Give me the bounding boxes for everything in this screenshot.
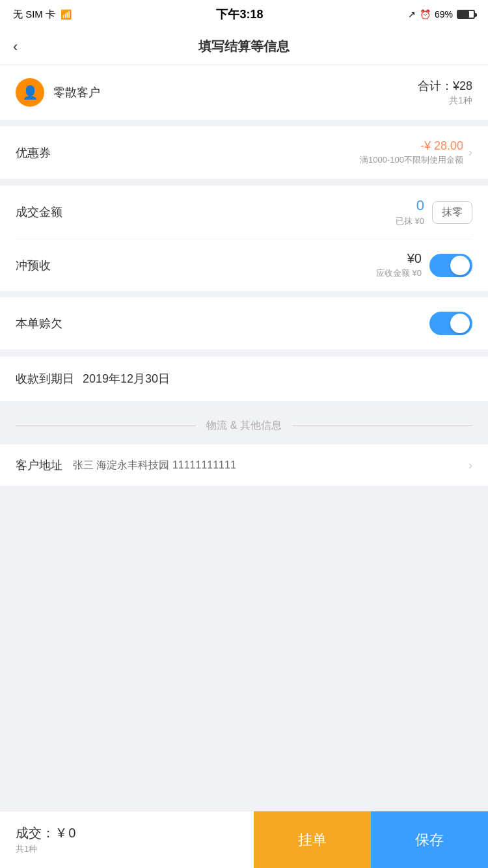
prereceive-row: 冲预收 ¥0 应收金额 ¥0 xyxy=(16,239,472,291)
deal-label: 成交： xyxy=(16,826,55,840)
status-right: ↗ ⏰ 69% xyxy=(408,9,475,20)
due-date-row: 收款到期日 2019年12月30日 xyxy=(0,356,488,401)
customer-info: 👤 零散客户 xyxy=(16,78,100,107)
coupon-discount: -¥ 28.00 xyxy=(360,139,463,153)
coupon-right: -¥ 28.00 满1000-100不限制使用金额 › xyxy=(360,139,472,166)
debt-toggle[interactable] xyxy=(429,312,472,335)
address-row[interactable]: 客户地址 张三 海淀永丰科技园 11111111111 › xyxy=(0,444,488,486)
customer-total: 合计：¥28 共1种 xyxy=(418,78,472,107)
debt-toggle-knob xyxy=(450,314,470,333)
prereceive-amount-group: ¥0 应收金额 ¥0 xyxy=(376,251,422,279)
logistics-divider: 物流 & 其他信息 xyxy=(0,407,488,444)
already-rounded: 已抹 ¥0 xyxy=(396,215,424,227)
coupon-row[interactable]: 优惠券 -¥ 28.00 满1000-100不限制使用金额 › xyxy=(0,126,488,179)
prereceive-toggle[interactable] xyxy=(429,254,472,277)
deal-amount-right: 0 已抹 ¥0 抹零 xyxy=(396,197,472,227)
battery-percent: 69% xyxy=(435,9,453,20)
logistics-label: 物流 & 其他信息 xyxy=(196,419,292,433)
logistics-section: 物流 & 其他信息 xyxy=(0,407,488,444)
coupon-info: -¥ 28.00 满1000-100不限制使用金额 xyxy=(360,139,463,166)
customer-card: 👤 零散客户 合计：¥28 共1种 xyxy=(0,65,488,120)
save-button[interactable]: 保存 xyxy=(371,811,488,868)
bottom-buttons: 挂单 保存 xyxy=(254,811,488,868)
toggle-knob xyxy=(450,256,470,275)
amount-group: 0 已抹 ¥0 xyxy=(396,197,424,227)
transaction-section: 成交金额 0 已抹 ¥0 抹零 冲预收 ¥0 应收金额 ¥0 xyxy=(0,185,488,291)
prereceive-sub: 应收金额 ¥0 xyxy=(376,267,422,279)
prereceive-right: ¥0 应收金额 ¥0 xyxy=(376,251,472,279)
divider-line-left xyxy=(16,426,196,426)
coupon-label: 优惠券 xyxy=(16,145,51,161)
content-area: 👤 零散客户 合计：¥28 共1种 优惠券 -¥ 28.00 满1000-100… xyxy=(0,65,488,551)
status-time: 下午3:18 xyxy=(216,7,263,22)
total-amount: 合计：¥28 xyxy=(418,78,472,94)
debt-label: 本单赊欠 xyxy=(16,316,62,331)
chevron-right-icon: › xyxy=(468,146,472,159)
alarm-icon: ⏰ xyxy=(420,9,431,20)
hold-button[interactable]: 挂单 xyxy=(254,811,371,868)
customer-row: 👤 零散客户 合计：¥28 共1种 xyxy=(0,65,488,120)
sim-indicator: 无 SIM 卡 xyxy=(13,8,55,21)
bottom-count: 共1种 xyxy=(16,843,238,855)
deal-amount: ¥ 0 xyxy=(57,826,75,840)
prereceive-label: 冲预收 xyxy=(16,258,51,273)
back-button[interactable]: ‹ xyxy=(13,38,18,55)
bottom-bar: 成交： ¥ 0 共1种 挂单 保存 xyxy=(0,811,488,868)
page-title: 填写结算等信息 xyxy=(198,38,290,55)
nav-bar: ‹ 填写结算等信息 xyxy=(0,29,488,65)
debt-row: 本单赊欠 xyxy=(16,297,472,349)
deal-amount-value: 0 xyxy=(396,197,424,214)
address-value: 张三 海淀永丰科技园 11111111111 xyxy=(73,459,468,472)
address-chevron-icon: › xyxy=(468,459,472,472)
deal-amount-label: 成交金额 xyxy=(16,204,62,220)
bottom-deal: 成交： ¥ 0 xyxy=(16,824,238,842)
total-count: 共1种 xyxy=(418,95,472,107)
bottom-info: 成交： ¥ 0 共1种 xyxy=(0,824,254,855)
coupon-card: 优惠券 -¥ 28.00 满1000-100不限制使用金额 › xyxy=(0,126,488,179)
status-bar: 无 SIM 卡 📶 下午3:18 ↗ ⏰ 69% xyxy=(0,0,488,29)
status-left: 无 SIM 卡 📶 xyxy=(13,8,72,21)
wifi-icon: 📶 xyxy=(61,9,72,20)
battery-icon xyxy=(457,10,475,19)
deal-amount-row: 成交金额 0 已抹 ¥0 抹零 xyxy=(16,185,472,239)
divider-line-right xyxy=(292,426,472,426)
debt-section: 本单赊欠 xyxy=(0,297,488,349)
address-card: 客户地址 张三 海淀永丰科技园 11111111111 › xyxy=(0,444,488,486)
due-date-value: 2019年12月30日 xyxy=(83,372,170,385)
avatar-icon: 👤 xyxy=(22,85,38,100)
coupon-desc: 满1000-100不限制使用金额 xyxy=(360,154,463,166)
prereceive-amount: ¥0 xyxy=(376,251,422,266)
due-date-label: 收款到期日 xyxy=(16,372,74,385)
customer-avatar: 👤 xyxy=(16,78,44,107)
customer-name: 零散客户 xyxy=(53,85,100,100)
location-icon: ↗ xyxy=(408,9,416,20)
round-button[interactable]: 抹零 xyxy=(432,201,472,224)
address-label: 客户地址 xyxy=(16,457,68,473)
